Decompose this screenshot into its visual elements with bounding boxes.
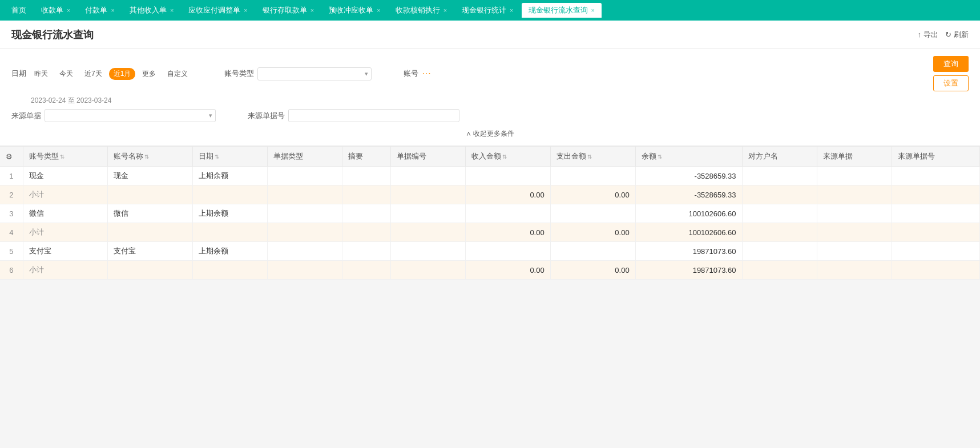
nav-item-home[interactable]: 首页 <box>5 3 33 18</box>
nav-close-payment[interactable]: × <box>111 7 114 14</box>
nav-item-bank-flow[interactable]: 现金银行流水查询 × <box>522 3 602 18</box>
cell-account-type: 小计 <box>23 223 108 242</box>
cell-doc-type <box>268 223 342 242</box>
data-table: ⚙ 账号类型⇅ 账号名称⇅ 日期⇅ 单据类型 摘要 单据编号 收入金额⇅ <box>0 146 980 280</box>
nav-item-receipt[interactable]: 收款单 × <box>34 3 77 18</box>
source-doc-select[interactable] <box>45 109 216 122</box>
date-label: 日期 <box>11 68 26 79</box>
export-icon: ↑ <box>918 30 922 39</box>
nav-close-prepay[interactable]: × <box>377 7 380 14</box>
account-type-label: 账号类型 <box>224 68 254 79</box>
cell-summary <box>342 261 390 280</box>
row-number: 1 <box>0 167 23 185</box>
cell-income <box>465 204 550 223</box>
cell-source-doc <box>817 242 892 261</box>
nav-close-bank-flow[interactable]: × <box>591 7 595 14</box>
header-actions: ↑ 导出 ↻ 刷新 <box>918 30 969 40</box>
cell-doc-type <box>268 242 342 261</box>
action-buttons: 查询 设置 <box>933 56 969 91</box>
nav-close-verify[interactable]: × <box>443 7 447 14</box>
col-summary: 摘要 <box>342 147 390 167</box>
account-type-filter-group: 账号类型 <box>224 67 372 80</box>
nav-item-adjust[interactable]: 应收应付调整单 × <box>182 3 254 18</box>
nav-item-payment[interactable]: 付款单 × <box>78 3 121 18</box>
cell-account-type: 小计 <box>23 185 108 204</box>
account-label: 账号 <box>404 68 418 79</box>
cell-balance: -3528659.33 <box>635 167 742 185</box>
nav-item-bank-stat[interactable]: 现金银行统计 × <box>455 3 520 18</box>
cell-summary <box>342 204 390 223</box>
col-balance[interactable]: 余额⇅ <box>635 147 742 167</box>
col-doc-type: 单据类型 <box>268 147 342 167</box>
cell-date: 上期余额 <box>193 167 268 185</box>
date-opt-more[interactable]: 更多 <box>138 68 160 80</box>
nav-item-bank-deposit[interactable]: 银行存取款单 × <box>256 3 321 18</box>
cell-date <box>193 261 268 280</box>
table-row: 2小计0.000.00-3528659.33 <box>0 185 980 204</box>
date-opt-1month[interactable]: 近1月 <box>109 68 136 80</box>
account-type-select[interactable] <box>257 67 372 80</box>
account-type-select-wrapper <box>257 67 372 80</box>
cell-counterpart <box>742 185 817 204</box>
cell-balance: 19871073.60 <box>635 261 742 280</box>
col-date[interactable]: 日期⇅ <box>193 147 268 167</box>
col-gear[interactable]: ⚙ <box>0 147 23 167</box>
nav-close-bank-deposit[interactable]: × <box>310 7 314 14</box>
cell-doc-type <box>268 185 342 204</box>
col-source-doc: 来源单据 <box>817 147 892 167</box>
nav-item-verify[interactable]: 收款核销执行 × <box>389 3 454 18</box>
cell-doc-no <box>390 185 465 204</box>
nav-close-other-income[interactable]: × <box>170 7 174 14</box>
table-row: 3微信微信上期余额100102606.60 <box>0 204 980 223</box>
top-nav: 首页 收款单 × 付款单 × 其他收入单 × 应收应付调整单 × 银行存取款单 … <box>0 0 980 21</box>
cell-income: 0.00 <box>465 261 550 280</box>
export-button[interactable]: ↑ 导出 <box>918 30 939 40</box>
source-doc-label: 来源单据 <box>11 111 41 121</box>
nav-item-other-income[interactable]: 其他收入单 × <box>123 3 180 18</box>
col-account-type[interactable]: 账号类型⇅ <box>23 147 108 167</box>
nav-close-adjust[interactable]: × <box>244 7 247 14</box>
cell-counterpart <box>742 223 817 242</box>
filter-row-2: 来源单据 来源单据号 <box>11 109 969 122</box>
cell-doc-type <box>268 261 342 280</box>
cell-source-doc <box>817 223 892 242</box>
cell-counterpart <box>742 167 817 185</box>
cell-counterpart <box>742 204 817 223</box>
cell-counterpart <box>742 261 817 280</box>
col-income[interactable]: 收入金额⇅ <box>465 147 550 167</box>
cell-source-doc <box>817 185 892 204</box>
account-dots-button[interactable]: ··· <box>422 68 431 79</box>
nav-item-prepay[interactable]: 预收冲应收单 × <box>322 3 387 18</box>
settings-button[interactable]: 设置 <box>933 75 969 91</box>
date-opt-yesterday[interactable]: 昨天 <box>30 68 53 80</box>
col-expense[interactable]: 支出金额⇅ <box>550 147 635 167</box>
row-number: 4 <box>0 223 23 242</box>
refresh-button[interactable]: ↻ 刷新 <box>945 30 969 40</box>
refresh-icon: ↻ <box>945 30 951 39</box>
cell-income <box>465 242 550 261</box>
account-filter-group: 账号 ··· <box>404 68 431 79</box>
collapse-bar[interactable]: ∧ 收起更多条件 <box>11 127 969 141</box>
cell-account-type: 现金 <box>23 167 108 185</box>
page-title: 现金银行流水查询 <box>11 28 94 42</box>
cell-summary <box>342 242 390 261</box>
row-number: 6 <box>0 261 23 280</box>
cell-income: 0.00 <box>465 223 550 242</box>
source-doc-no-filter-group: 来源单据号 <box>248 109 459 122</box>
date-opt-custom[interactable]: 自定义 <box>163 68 192 80</box>
cell-source-doc <box>817 167 892 185</box>
query-button[interactable]: 查询 <box>933 56 969 72</box>
cell-account-name <box>108 261 193 280</box>
cell-account-name: 现金 <box>108 167 193 185</box>
cell-source-doc-no <box>892 167 979 185</box>
cell-summary <box>342 185 390 204</box>
date-opt-today[interactable]: 今天 <box>55 68 78 80</box>
source-doc-no-input[interactable] <box>288 109 459 122</box>
nav-close-receipt[interactable]: × <box>67 7 70 14</box>
nav-close-bank-stat[interactable]: × <box>510 7 513 14</box>
table-header-row: ⚙ 账号类型⇅ 账号名称⇅ 日期⇅ 单据类型 摘要 单据编号 收入金额⇅ <box>0 147 980 167</box>
cell-income <box>465 167 550 185</box>
col-account-name[interactable]: 账号名称⇅ <box>108 147 193 167</box>
cell-expense <box>550 204 635 223</box>
date-opt-7days[interactable]: 近7天 <box>80 68 107 80</box>
